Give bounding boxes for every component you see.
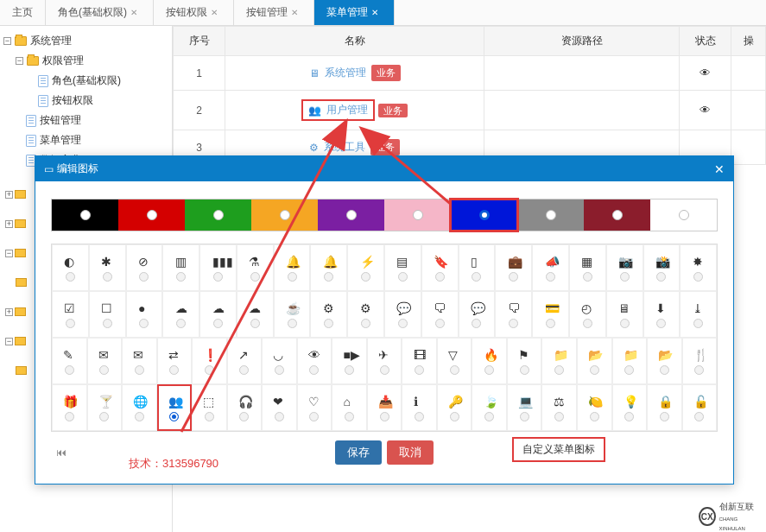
icon-option-asterisk[interactable]: ✱ <box>89 244 126 291</box>
icon-option-comment[interactable]: 💬 <box>384 291 421 338</box>
icon-option-unlock[interactable]: 🔓 <box>682 384 718 431</box>
icon-option-dashboard[interactable]: ◴ <box>569 291 606 338</box>
color-swatch[interactable] <box>318 200 384 231</box>
users-icon-highlight[interactable]: 👥用户管理 <box>301 99 375 121</box>
icon-option-bookmark-empty[interactable]: ▯ <box>459 244 496 291</box>
icon-option-info-sign[interactable]: ℹ <box>402 384 437 431</box>
save-button[interactable]: 保存 <box>335 440 382 465</box>
icon-option-coffee[interactable]: ☕ <box>274 291 311 338</box>
icon-option-cloud[interactable]: ☁ <box>162 291 199 338</box>
tree-collapse-icon[interactable]: − <box>16 57 23 65</box>
tree-node-button-perm[interactable]: 按钮权限 <box>52 93 93 108</box>
icon-option-envelope-alt[interactable]: ✉ <box>122 338 157 384</box>
cancel-button[interactable]: 取消 <box>387 440 434 465</box>
tab-button-perm[interactable]: 按钮权限✕ <box>154 0 234 25</box>
icon-option-headphones[interactable]: 🎧 <box>227 384 263 431</box>
color-swatch[interactable] <box>650 200 717 231</box>
icon-option-briefcase[interactable]: 💼 <box>495 244 532 291</box>
color-swatch[interactable] <box>451 200 517 231</box>
icon-option-cloud-upload[interactable]: ☁ <box>237 291 274 338</box>
icon-option-inbox[interactable]: 📥 <box>367 384 402 431</box>
icon-option-leaf[interactable]: 🍃 <box>472 384 507 431</box>
close-icon[interactable]: ✕ <box>130 8 141 18</box>
icon-option-download[interactable]: ⤓ <box>680 291 717 338</box>
icon-option-download-alt[interactable]: ⬇ <box>643 291 681 338</box>
icon-option-cog[interactable]: ⚙ <box>310 291 347 338</box>
color-swatch[interactable] <box>118 200 185 231</box>
table-row[interactable]: 1 🖥系统管理业务 👁 <box>174 56 766 91</box>
icon-option-fire[interactable]: 🔥 <box>472 338 507 384</box>
icon-option-edit[interactable]: ✎ <box>52 338 87 384</box>
icon-option-laptop[interactable]: 💻 <box>507 384 542 431</box>
icon-option-legal[interactable]: ⚖ <box>541 384 577 431</box>
icon-option-ban[interactable]: ⊘ <box>126 244 163 291</box>
icon-option-hdd[interactable]: ⬚ <box>192 384 227 431</box>
color-swatch[interactable] <box>584 200 650 231</box>
icon-option-calendar[interactable]: ▦ <box>569 244 606 291</box>
close-icon[interactable]: ✕ <box>371 8 382 18</box>
icon-option-exchange[interactable]: ⇄ <box>157 338 193 384</box>
close-icon[interactable]: ✕ <box>291 8 301 18</box>
icon-option-bolt[interactable]: ⚡ <box>347 244 384 291</box>
icon-option-book[interactable]: ▤ <box>384 244 421 291</box>
tree-collapse-icon[interactable]: − <box>3 37 11 45</box>
tree-node-system[interactable]: 系统管理 <box>30 34 72 48</box>
icon-option-envelope[interactable]: ✉ <box>87 338 123 384</box>
icon-option-certificate[interactable]: ✸ <box>680 244 717 291</box>
icon-option-camera-retro[interactable]: 📸 <box>643 244 681 291</box>
icon-option-heart[interactable]: ❤ <box>262 384 297 431</box>
tab-home[interactable]: 主页 <box>0 0 46 25</box>
close-icon[interactable]: ✕ <box>714 162 725 176</box>
icon-option-fighter-jet[interactable]: ✈ <box>367 338 402 384</box>
color-swatch[interactable] <box>517 200 584 231</box>
color-swatch[interactable] <box>52 200 118 231</box>
icon-option-circle[interactable]: ● <box>126 291 163 338</box>
icon-option-check[interactable]: ☑ <box>52 291 89 338</box>
tree-node-perm[interactable]: 权限管理 <box>42 54 84 68</box>
icon-option-barcode[interactable]: ▮▮▮ <box>199 244 237 291</box>
icon-option-folder-close-alt[interactable]: 📁 <box>612 338 648 384</box>
icon-option-eye-close[interactable]: ◡ <box>262 338 297 384</box>
icon-option-eye-open[interactable]: 👁 <box>297 338 332 384</box>
icon-option-flag[interactable]: ⚑ <box>507 338 542 384</box>
tree-node-roles[interactable]: 角色(基础权限) <box>52 73 121 88</box>
close-icon[interactable]: ✕ <box>211 8 221 18</box>
tab-menu-mgmt[interactable]: 菜单管理✕ <box>314 0 395 25</box>
icon-option-folder-open[interactable]: 📂 <box>577 338 612 384</box>
icon-option-exclamation-sign[interactable]: ❗ <box>192 338 227 384</box>
icon-option-desktop[interactable]: 🖥 <box>606 291 643 338</box>
icon-option-film[interactable]: 🎞 <box>402 338 437 384</box>
icon-option-bell-alt[interactable]: 🔔 <box>310 244 347 291</box>
icon-option-heart-empty[interactable]: ♡ <box>297 384 332 431</box>
icon-option-adjust[interactable]: ◐ <box>52 244 89 291</box>
icon-option-lightbulb[interactable]: 💡 <box>612 384 648 431</box>
icon-option-glass[interactable]: 🍸 <box>87 384 123 431</box>
icon-option-gift[interactable]: 🎁 <box>52 384 87 431</box>
icon-option-credit-card[interactable]: 💳 <box>532 291 569 338</box>
icon-option-globe[interactable]: 🌐 <box>122 384 157 431</box>
icon-option-cogs[interactable]: ⚙ <box>347 291 384 338</box>
icon-option-comment-alt[interactable]: 🗨 <box>421 291 459 338</box>
color-swatch[interactable] <box>185 200 251 231</box>
eye-icon[interactable]: 👁 <box>700 66 711 79</box>
icon-option-beaker[interactable]: ⚗ <box>237 244 274 291</box>
tree-node-menu-mgmt[interactable]: 菜单管理 <box>40 133 81 148</box>
icon-option-home[interactable]: ⌂ <box>332 384 367 431</box>
icon-option-camera[interactable]: 📷 <box>606 244 643 291</box>
icon-option-key[interactable]: 🔑 <box>437 384 472 431</box>
eye-icon[interactable]: 👁 <box>700 104 711 117</box>
icon-option-bookmark[interactable]: 🔖 <box>421 244 459 291</box>
icon-option-folder-close[interactable]: 📁 <box>541 338 577 384</box>
icon-option-external-link[interactable]: ↗ <box>227 338 263 384</box>
icon-option-bell[interactable]: 🔔 <box>274 244 311 291</box>
pager-start-icon[interactable]: ⏮ <box>56 446 66 459</box>
icon-option-folder-open-alt[interactable]: 📂 <box>647 338 682 384</box>
icon-option-food[interactable]: 🍴 <box>682 338 718 384</box>
table-row[interactable]: 2 👥用户管理 业务 👁 <box>174 91 766 130</box>
icon-option-check-empty[interactable]: ☐ <box>89 291 126 338</box>
tree-node-button-mgmt[interactable]: 按钮管理 <box>40 113 81 128</box>
icon-option-cloud-download[interactable]: ☁ <box>199 291 237 338</box>
icon-option-comments[interactable]: 💬 <box>459 291 496 338</box>
icon-option-filter[interactable]: ▽ <box>437 338 472 384</box>
icon-option-lemon[interactable]: 🍋 <box>577 384 612 431</box>
